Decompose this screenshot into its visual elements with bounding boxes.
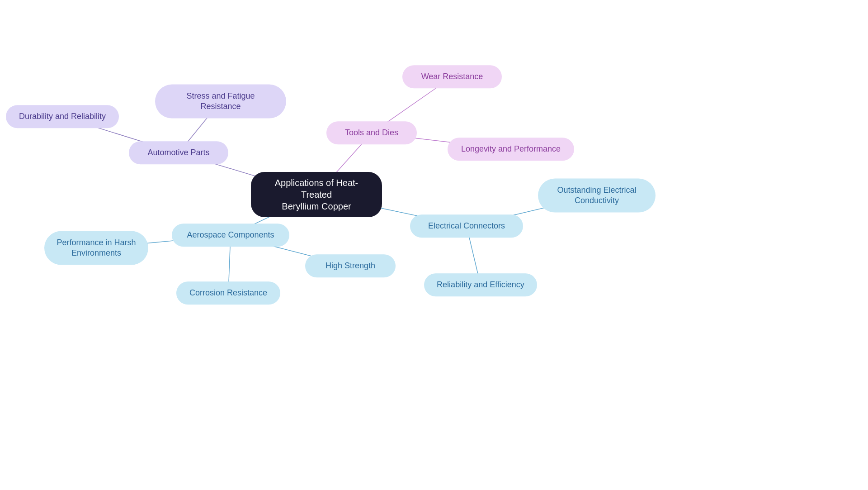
corrosion-resistance-node[interactable]: Corrosion Resistance [176,281,280,304]
tools-dies-label: Tools and Dies [345,128,398,138]
tools-dies-node[interactable]: Tools and Dies [326,121,417,144]
reliability-efficiency-node[interactable]: Reliability and Efficiency [424,273,537,296]
longevity-performance-label: Longevity and Performance [461,144,561,154]
aerospace-components-node[interactable]: Aerospace Components [172,224,289,247]
stress-fatigue-node[interactable]: Stress and Fatigue Resistance [155,85,286,119]
electrical-connectors-node[interactable]: Electrical Connectors [410,214,523,238]
high-strength-label: High Strength [326,261,375,271]
performance-harsh-node[interactable]: Performance in Harsh Environments [44,231,148,265]
aerospace-components-label: Aerospace Components [187,230,274,240]
center-node-label: Applications of Heat-Treated Beryllium C… [262,177,371,212]
outstanding-electrical-label: Outstanding Electrical Conductivity [549,185,645,206]
corrosion-resistance-label: Corrosion Resistance [189,288,267,298]
mind-map-container: Applications of Heat-Treated Beryllium C… [0,0,868,490]
outstanding-electrical-node[interactable]: Outstanding Electrical Conductivity [538,179,656,213]
automotive-parts-label: Automotive Parts [147,147,209,158]
longevity-performance-node[interactable]: Longevity and Performance [448,138,574,161]
electrical-connectors-label: Electrical Connectors [428,221,505,231]
wear-resistance-label: Wear Resistance [421,71,483,82]
stress-fatigue-label: Stress and Fatigue Resistance [166,91,275,112]
center-node[interactable]: Applications of Heat-Treated Beryllium C… [251,172,382,217]
performance-harsh-label: Performance in Harsh Environments [57,238,136,259]
reliability-efficiency-label: Reliability and Efficiency [437,280,524,290]
wear-resistance-node[interactable]: Wear Resistance [402,65,502,88]
durability-reliability-label: Durability and Reliability [19,111,106,122]
durability-reliability-node[interactable]: Durability and Reliability [6,105,119,128]
automotive-parts-node[interactable]: Automotive Parts [129,141,228,164]
high-strength-node[interactable]: High Strength [305,254,396,277]
